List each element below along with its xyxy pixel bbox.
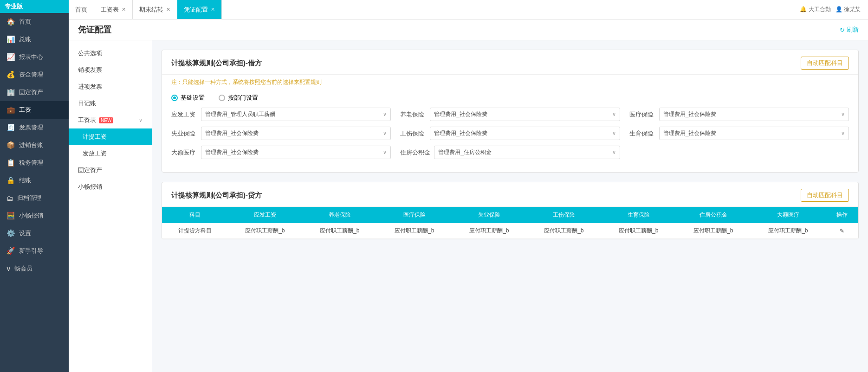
sidebar-item-member[interactable]: V 畅会员 — [0, 260, 69, 277]
sidebar-item-archive[interactable]: 🗂 归档管理 — [0, 189, 69, 207]
field-salary-select[interactable]: 管理费用_管理人员职工薪酬 ∨ — [201, 108, 391, 121]
settings-icon: ⚙️ — [6, 229, 15, 237]
credit-auto-match-button[interactable]: 自动匹配科目 — [801, 189, 849, 202]
col-large-medical: 大额医疗 — [751, 207, 825, 223]
debit-form-row-2: 失业保险 管理费用_社会保险费 ∨ 工伤保险 管理费用_社会保险费 ∨ — [171, 127, 849, 140]
new-badge: NEW — [99, 117, 113, 123]
large-medical-chevron: ∨ — [383, 149, 387, 155]
sidebar-item-close[interactable]: 🔒 结账 — [0, 172, 69, 189]
sidebar-item-label: 总账 — [19, 35, 31, 44]
user-info: 🔔 大工合勤 — [800, 6, 830, 13]
left-nav-payroll-table[interactable]: 工资表 NEW ∨ — [69, 112, 152, 128]
col-injury: 工伤保险 — [526, 207, 601, 223]
row-subject: 计提贷方科目 — [162, 223, 227, 239]
left-nav-xiaochang-expense[interactable]: 小畅报销 — [69, 179, 152, 195]
field-large-medical-label: 大额医疗 — [171, 148, 197, 157]
tab-payroll-close[interactable]: ✕ — [122, 6, 126, 13]
medical-select-chevron: ∨ — [841, 111, 845, 117]
sidebar-item-salary[interactable]: 💼 工资 — [0, 101, 69, 119]
sidebar-item-label: 报表中心 — [19, 53, 43, 61]
sidebar-item-report[interactable]: 📈 报表中心 — [0, 48, 69, 66]
app-logo: 专业版 — [0, 0, 69, 13]
sidebar-item-inventory[interactable]: 📦 进销台账 — [0, 136, 69, 154]
field-unemployment-select[interactable]: 管理费用_社会保险费 ∨ — [201, 127, 391, 140]
pension-select-chevron: ∨ — [612, 111, 616, 117]
field-injury-label: 工伤保险 — [400, 129, 426, 138]
field-unemployment-label: 失业保险 — [171, 129, 197, 138]
field-pension-select[interactable]: 管理费用_社会保险费 ∨ — [430, 108, 620, 121]
radio-basic-label: 基础设置 — [181, 94, 205, 102]
tab-home[interactable]: 首页 — [69, 0, 94, 19]
left-nav-fixed-assets[interactable]: 固定资产 — [69, 162, 152, 179]
field-medical-select[interactable]: 管理费用_社会保险费 ∨ — [659, 108, 849, 121]
sidebar-item-label: 小畅报销 — [19, 212, 43, 220]
debit-auto-match-button[interactable]: 自动匹配科目 — [801, 57, 849, 70]
sidebar-item-invoice[interactable]: 🧾 发票管理 — [0, 119, 69, 136]
sidebar-item-label: 设置 — [19, 229, 31, 237]
left-nav-journal[interactable]: 日记账 — [69, 95, 152, 112]
left-nav-calc-salary[interactable]: 计提工资 — [69, 128, 152, 145]
user-avatar: 👤 徐某某 — [836, 6, 861, 13]
debit-radio-group: 基础设置 按部门设置 — [162, 90, 858, 108]
left-nav-expense-label: 小畅报销 — [78, 183, 102, 191]
fund-icon: 💰 — [6, 71, 15, 79]
tab-period-close-btn[interactable]: ✕ — [166, 6, 170, 13]
close-accounts-icon: 🔒 — [6, 176, 15, 185]
sidebar-item-label: 畅会员 — [14, 264, 32, 273]
field-maternity-select[interactable]: 管理费用_社会保险费 ∨ — [659, 127, 849, 140]
credit-section-title: 计提核算规则(公司承担)-贷方 — [171, 191, 262, 200]
sidebar-item-label: 发票管理 — [19, 123, 43, 132]
col-salary: 应发工资 — [227, 207, 302, 223]
col-maternity: 生育保险 — [601, 207, 676, 223]
sidebar-item-label: 固定资产 — [19, 88, 43, 96]
left-nav-sales-invoice[interactable]: 销项发票 — [69, 62, 152, 78]
field-injury-select[interactable]: 管理费用_社会保险费 ∨ — [430, 127, 620, 140]
sidebar-item-settings[interactable]: ⚙️ 设置 — [0, 224, 69, 242]
left-nav-issue-label: 发放工资 — [83, 149, 107, 158]
sidebar-item-tax[interactable]: 📋 税务管理 — [0, 154, 69, 172]
sidebar-item-ledger[interactable]: 📊 总账 — [0, 31, 69, 48]
credit-table-header-row: 科目 应发工资 养老保险 医疗保险 失业保险 工伤保险 生育保险 住房公积金 大… — [162, 207, 858, 223]
sidebar-item-asset[interactable]: 🏢 固定资产 — [0, 83, 69, 101]
sidebar-item-home[interactable]: 🏠 首页 — [0, 13, 69, 31]
field-large-medical-select[interactable]: 管理费用_社会保险费 ∨ — [201, 146, 391, 159]
tax-icon: 📋 — [6, 159, 15, 167]
field-salary-value: 管理费用_管理人员职工薪酬 — [205, 110, 275, 118]
sidebar-item-label: 税务管理 — [19, 159, 43, 167]
sidebar-item-label: 工资 — [19, 106, 31, 114]
tab-voucher-config[interactable]: 凭证配置 ✕ — [177, 0, 222, 19]
table-row: 计提贷方科目 应付职工薪酬_b 应付职工薪酬_b 应付职工薪酬_b 应付职工薪酬… — [162, 223, 858, 239]
row-maternity: 应付职工薪酬_b — [601, 223, 676, 239]
tab-period-close[interactable]: 期末结转 ✕ — [133, 0, 177, 19]
col-subject: 科目 — [162, 207, 227, 223]
left-nav-purchase-invoice[interactable]: 进项发票 — [69, 78, 152, 95]
radio-basic-setting[interactable]: 基础设置 — [171, 94, 205, 102]
content-area: 公共选项 销项发票 进项发票 日记账 工资表 NEW ∨ 计提工资 发放工资 — [69, 40, 868, 372]
tab-payroll[interactable]: 工资表 ✕ — [94, 0, 133, 19]
sidebar-item-label: 结账 — [19, 176, 31, 185]
field-large-medical-value: 管理费用_社会保险费 — [205, 148, 259, 156]
left-nav-calc-label: 计提工资 — [83, 133, 107, 141]
radio-department-setting[interactable]: 按部门设置 — [219, 94, 258, 102]
tab-period-label: 期末结转 — [139, 6, 163, 14]
debit-section-note: 注：只能选择一种方式，系统将按照您当前的选择来配置规则 — [162, 75, 858, 90]
sidebar-item-guide[interactable]: 🚀 新手引导 — [0, 242, 69, 260]
refresh-button[interactable]: ↻ 刷新 — [840, 26, 859, 34]
row-housing: 应付职工薪酬_b — [676, 223, 751, 239]
tab-voucher-close[interactable]: ✕ — [211, 6, 215, 13]
row-edit-button[interactable]: ✎ — [825, 223, 858, 239]
left-nav-issue-salary[interactable]: 发放工资 — [69, 145, 152, 162]
invoice-icon: 🧾 — [6, 123, 15, 132]
field-housing-select[interactable]: 管理费用_住房公积金 ∨ — [434, 146, 620, 159]
refresh-icon: ↻ — [840, 26, 845, 33]
sidebar-item-fund[interactable]: 💰 资金管理 — [0, 66, 69, 83]
field-unemployment-value: 管理费用_社会保险费 — [205, 129, 259, 137]
ledger-icon: 📊 — [6, 35, 15, 44]
left-nav-public[interactable]: 公共选项 — [69, 45, 152, 62]
field-medical-value: 管理费用_社会保险费 — [663, 110, 717, 118]
archive-icon: 🗂 — [6, 194, 13, 202]
field-salary-label: 应发工资 — [171, 110, 197, 119]
radio-dept-circle — [219, 95, 225, 101]
sidebar-item-xiaochang[interactable]: 🧮 小畅报销 — [0, 207, 69, 224]
unemployment-select-chevron: ∨ — [383, 130, 387, 136]
